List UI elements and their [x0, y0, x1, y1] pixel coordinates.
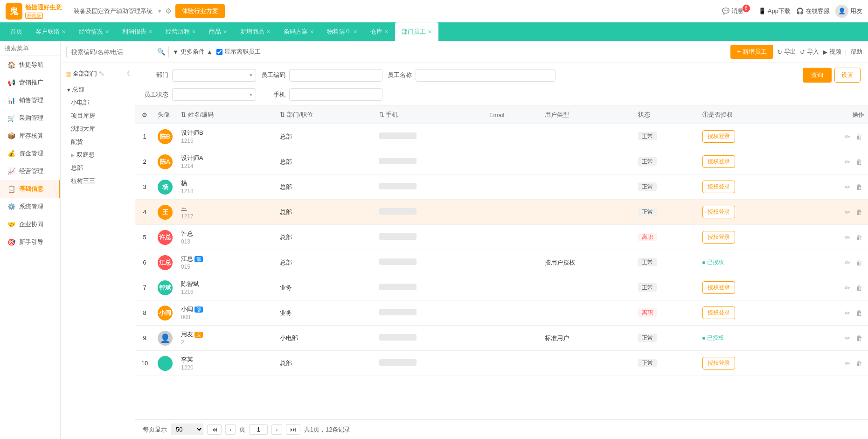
- delete-button[interactable]: 🗑: [854, 208, 864, 217]
- edit-button[interactable]: ✏: [843, 157, 852, 167]
- delete-button[interactable]: 🗑: [854, 283, 864, 293]
- page-input[interactable]: [249, 424, 268, 435]
- auth-button[interactable]: 授权登录: [702, 281, 735, 294]
- tree-item-project[interactable]: 项目库房: [64, 109, 135, 122]
- user-btn[interactable]: 👤 用友: [835, 5, 862, 18]
- sidebar-item-guide[interactable]: 🎯 新手引导: [0, 233, 60, 251]
- show-resigned-checkbox[interactable]: 显示离职员工: [216, 48, 261, 56]
- filter-status-select[interactable]: [172, 88, 256, 101]
- edit-button[interactable]: ✏: [843, 208, 852, 217]
- sidebar-search[interactable]: 🔍: [0, 41, 60, 56]
- delete-button[interactable]: 🗑: [854, 334, 864, 343]
- nav-tab-history-close[interactable]: ✕: [192, 29, 196, 35]
- nav-tab-bom[interactable]: 物料清单 ✕: [320, 22, 364, 41]
- delete-button[interactable]: 🗑: [854, 132, 864, 141]
- last-page-btn[interactable]: ⏭: [286, 424, 300, 435]
- edit-button[interactable]: ✏: [843, 132, 852, 141]
- auth-button[interactable]: 授权登录: [702, 307, 735, 319]
- sidebar-item-inventory[interactable]: 📦 库存核算: [0, 127, 60, 145]
- edit-button[interactable]: ✏: [843, 334, 852, 343]
- delete-button[interactable]: 🗑: [854, 157, 864, 167]
- next-page-btn[interactable]: ›: [271, 424, 282, 435]
- settings-icon[interactable]: ⚙: [165, 7, 172, 15]
- message-btn[interactable]: 💬 消息 6: [722, 7, 753, 15]
- auth-button[interactable]: 授权登录: [702, 231, 735, 244]
- edit-button[interactable]: ✏: [843, 258, 852, 267]
- more-filter-button[interactable]: ▼ 更多条件 ▲: [173, 48, 213, 56]
- nav-tab-goods[interactable]: 商品 ✕: [202, 22, 234, 41]
- help-button[interactable]: 帮助: [850, 48, 862, 56]
- tree-item-distribution[interactable]: 配货: [64, 135, 135, 148]
- trial-button[interactable]: 体验行业方案: [175, 4, 225, 18]
- nav-tab-employee[interactable]: 部门员工 ✕: [395, 22, 438, 41]
- nav-tab-customer-close[interactable]: ✕: [62, 29, 66, 35]
- nav-tab-new-goods-close[interactable]: ✕: [266, 29, 271, 35]
- edit-button[interactable]: ✏: [843, 308, 852, 318]
- edit-button[interactable]: ✏: [843, 283, 852, 293]
- set-button[interactable]: 设置: [834, 68, 861, 83]
- nav-tab-home[interactable]: 首页: [4, 22, 29, 41]
- filter-emp-code-input[interactable]: [289, 69, 382, 82]
- dept-collapse-icon[interactable]: 《: [124, 70, 130, 78]
- nav-tab-profit-close[interactable]: ✕: [148, 29, 153, 35]
- auth-button[interactable]: 授权登录: [702, 155, 735, 168]
- nav-tab-customer[interactable]: 客户联络 ✕: [29, 22, 72, 41]
- tree-item-zongbu[interactable]: 总部: [64, 161, 135, 174]
- tree-item-shuangtingxiang[interactable]: ▶ 双庭想: [64, 148, 135, 161]
- filter-phone-input[interactable]: [289, 88, 382, 101]
- query-button[interactable]: 查询: [803, 68, 832, 83]
- nav-tab-employee-close[interactable]: ✕: [428, 29, 432, 35]
- delete-button[interactable]: 🗑: [854, 308, 864, 318]
- auth-button[interactable]: 授权登录: [702, 206, 735, 218]
- all-dept-label[interactable]: 全部部门: [73, 70, 97, 78]
- sidebar-item-purchase[interactable]: 🛒 采购管理: [0, 109, 60, 127]
- first-page-btn[interactable]: ⏮: [207, 424, 222, 435]
- auth-button[interactable]: 授权登录: [702, 357, 735, 369]
- nav-tab-profit[interactable]: 利润报告 ✕: [116, 22, 159, 41]
- delete-button[interactable]: 🗑: [854, 359, 864, 368]
- col-settings-icon[interactable]: ⚙: [142, 111, 147, 118]
- per-page-select[interactable]: 50 100: [171, 424, 203, 435]
- auth-button[interactable]: 授权登录: [702, 130, 735, 143]
- dropdown-arrow[interactable]: ▾: [158, 7, 161, 14]
- sidebar-item-marketing[interactable]: 📢 营销推广: [0, 74, 60, 91]
- sidebar-item-quicknav[interactable]: 🏠 快捷导航: [0, 56, 60, 74]
- nav-tab-goods-close[interactable]: ✕: [223, 29, 227, 35]
- app-download-btn[interactable]: 📱 App下载: [758, 7, 791, 15]
- filter-emp-name-input[interactable]: [416, 69, 556, 82]
- delete-button[interactable]: 🗑: [854, 258, 864, 267]
- nav-tab-barcode[interactable]: 条码方案 ✕: [277, 22, 320, 41]
- dept-edit-icon[interactable]: ✎: [99, 70, 104, 77]
- nav-tab-bom-close[interactable]: ✕: [353, 29, 357, 35]
- edit-button[interactable]: ✏: [843, 359, 852, 368]
- tree-item-small-elec[interactable]: 小电部: [64, 96, 135, 109]
- nav-tab-operations[interactable]: 经营情况 ✕: [72, 22, 116, 41]
- edit-button[interactable]: ✏: [843, 182, 852, 192]
- import-button[interactable]: ↺ 导入: [800, 48, 819, 56]
- tree-item-general[interactable]: ▾ 总部: [61, 83, 135, 96]
- tree-item-zhushu[interactable]: 植树王三: [64, 174, 135, 188]
- nav-tab-new-goods[interactable]: 新增商品 ✕: [234, 22, 277, 41]
- nav-tab-barcode-close[interactable]: ✕: [310, 29, 314, 35]
- sidebar-item-finance[interactable]: 💰 资金管理: [0, 145, 60, 162]
- prev-page-btn[interactable]: ‹: [225, 424, 236, 435]
- nav-tab-operations-close[interactable]: ✕: [105, 29, 109, 35]
- nav-tab-warehouse[interactable]: 仓库 ✕: [364, 22, 395, 41]
- search-input[interactable]: [66, 46, 169, 58]
- sidebar-item-operations[interactable]: 📈 经营管理: [0, 162, 60, 180]
- add-employee-button[interactable]: + 新增员工: [730, 45, 773, 59]
- nav-tab-history[interactable]: 经营历程 ✕: [159, 22, 202, 41]
- tree-item-shenyang[interactable]: 沈阳大库: [64, 122, 135, 135]
- sidebar-item-sales[interactable]: 📊 销售管理: [0, 91, 60, 109]
- edit-button[interactable]: ✏: [843, 233, 852, 242]
- filter-dept-select[interactable]: [172, 69, 256, 82]
- nav-tab-warehouse-close[interactable]: ✕: [384, 29, 389, 35]
- view-button[interactable]: ▶ 视频: [823, 48, 841, 56]
- sidebar-item-basic[interactable]: 📋 基础信息: [0, 180, 60, 198]
- auth-button[interactable]: 授权登录: [702, 181, 735, 193]
- sidebar-item-system[interactable]: ⚙️ 系统管理: [0, 198, 60, 216]
- export-button[interactable]: ↻ 导出: [777, 48, 796, 56]
- online-service-btn[interactable]: 🎧 在线客服: [796, 7, 830, 15]
- sidebar-search-input[interactable]: [5, 45, 61, 52]
- delete-button[interactable]: 🗑: [854, 233, 864, 242]
